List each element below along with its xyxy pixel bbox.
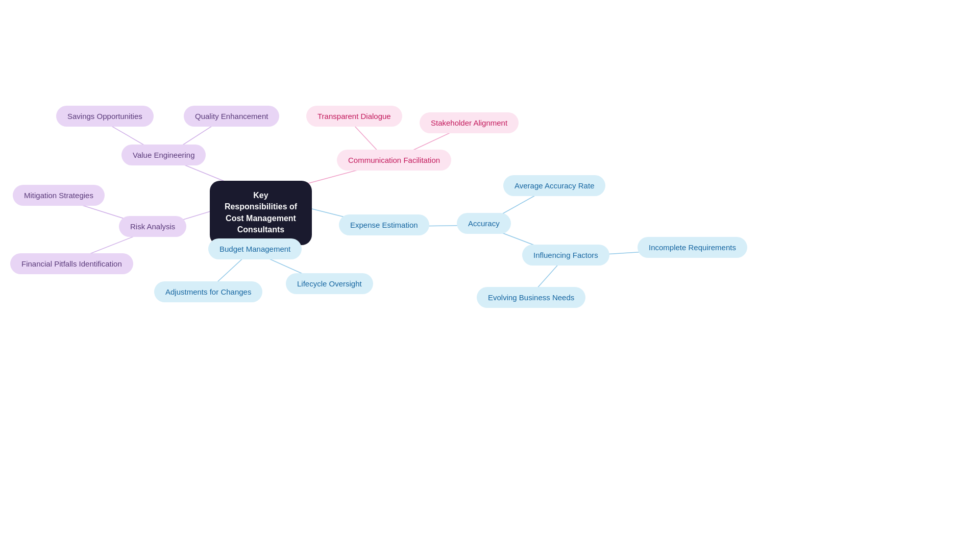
average-accuracy-rate-node: Average Accuracy Rate bbox=[503, 175, 605, 196]
incomplete-requirements-node: Incomplete Requirements bbox=[638, 237, 747, 258]
adjustments-for-changes-node: Adjustments for Changes bbox=[154, 281, 262, 302]
expense-estimation-node: Expense Estimation bbox=[339, 214, 429, 235]
accuracy-node: Accuracy bbox=[457, 213, 511, 234]
stakeholder-alignment-node: Stakeholder Alignment bbox=[420, 112, 519, 133]
budget-management-node: Budget Management bbox=[208, 238, 302, 259]
evolving-business-needs-node: Evolving Business Needs bbox=[477, 287, 585, 308]
risk-analysis-node: Risk Analysis bbox=[119, 216, 186, 237]
quality-enhancement-node: Quality Enhancement bbox=[184, 106, 279, 127]
value-engineering-node: Value Engineering bbox=[121, 145, 206, 165]
lifecycle-oversight-node: Lifecycle Oversight bbox=[286, 273, 373, 294]
communication-facilitation-node: Communication Facilitation bbox=[337, 150, 451, 171]
center-node: Key Responsibilities of Cost Management … bbox=[210, 181, 312, 245]
mitigation-strategies-node: Mitigation Strategies bbox=[13, 185, 105, 206]
financial-pitfalls-node: Financial Pitfalls Identification bbox=[10, 253, 133, 274]
transparent-dialogue-node: Transparent Dialogue bbox=[306, 106, 402, 127]
savings-opportunities-node: Savings Opportunities bbox=[56, 106, 154, 127]
influencing-factors-node: Influencing Factors bbox=[522, 245, 609, 266]
